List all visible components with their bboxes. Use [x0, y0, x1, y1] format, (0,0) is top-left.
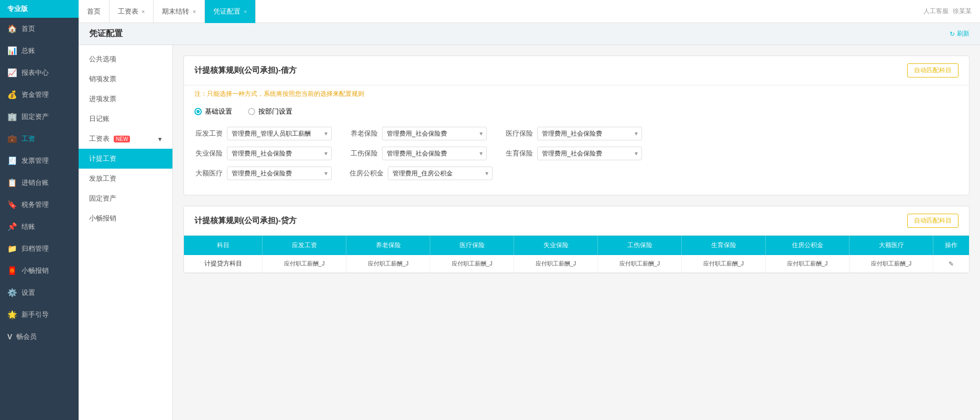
salary-select[interactable]: 管理费用_管理人员职工薪酬: [227, 127, 332, 140]
sidebar-item-reports[interactable]: 📈 报表中心: [0, 62, 79, 84]
tab-payroll-table[interactable]: 工资表 ×: [110, 0, 154, 23]
username-label: 徐某某: [953, 7, 972, 16]
radio-basic-label: 基础设置: [205, 107, 232, 116]
tab-home[interactable]: 首页: [79, 0, 110, 23]
sidebar: 专业版 🏠 首页 📊 总账 📈 报表中心 💰 资金管理 🏢 固定资产 💼 工资 …: [0, 0, 79, 420]
field-injury: 工伤保险 管理费用_社会保险费: [350, 147, 496, 160]
page-header: 凭证配置 ↻ 刷新: [79, 23, 980, 45]
injury-select-wrapper: 管理费用_社会保险费: [382, 147, 487, 160]
tab-voucher-close-icon[interactable]: ×: [244, 8, 247, 15]
sidebar-item-ledger[interactable]: 📊 总账: [0, 40, 79, 62]
sidebar-item-settings[interactable]: ⚙️ 设置: [0, 282, 79, 304]
pension-select[interactable]: 管理费用_社会保险费: [382, 127, 487, 140]
debit-form-row-3: 大额医疗 管理费用_社会保险费 住房公积金 管理费用_住: [194, 167, 959, 180]
ledger-icon: 📊: [7, 46, 17, 56]
row-major-medical-val: 应付职工薪酬_J: [850, 255, 933, 273]
debit-auto-match-button[interactable]: 自动匹配科目: [907, 63, 959, 78]
nav-fixed-assets[interactable]: 固定资产: [79, 189, 172, 208]
page-title: 凭证配置: [89, 28, 123, 39]
refresh-button[interactable]: ↻ 刷新: [950, 29, 970, 38]
sidebar-item-assets[interactable]: 🏢 固定资产: [0, 106, 79, 128]
nav-journal[interactable]: 日记账: [79, 109, 172, 129]
field-medical: 医疗保险 管理费用_社会保险费: [505, 127, 651, 140]
injury-label: 工伤保险: [350, 149, 378, 158]
field-salary: 应发工资 管理费用_管理人员职工薪酬: [194, 127, 341, 140]
radio-dept-label: 按部门设置: [258, 107, 292, 116]
tab-period-closing[interactable]: 期末结转 ×: [154, 0, 204, 23]
maternity-select[interactable]: 管理费用_社会保险费: [537, 147, 642, 160]
edit-icon[interactable]: ✎: [949, 260, 954, 268]
debit-form-row-2: 失业保险 管理费用_社会保险费 工伤保险 管理费用_社会: [194, 147, 959, 160]
row-subject-label: 计提贷方科目: [184, 255, 263, 273]
sidebar-label-sales: 进销台账: [21, 178, 49, 187]
sidebar-item-xiaochang[interactable]: 🧧 小畅报销: [0, 260, 79, 282]
radio-basic[interactable]: 基础设置: [194, 107, 232, 116]
sidebar-item-closing[interactable]: 📌 结账: [0, 216, 79, 238]
injury-select[interactable]: 管理费用_社会保险费: [382, 147, 487, 160]
sidebar-item-guide[interactable]: 🌟 新手引导: [0, 304, 79, 326]
col-action: 操作: [933, 236, 970, 255]
housing-fund-select-wrapper: 管理费用_住房公积金: [388, 167, 493, 180]
nav-journal-label: 日记账: [89, 114, 110, 124]
field-maternity: 生育保险 管理费用_社会保险费: [505, 147, 651, 160]
sidebar-label-xiaochang: 小畅报销: [21, 266, 49, 275]
col-injury: 工伤保险: [598, 236, 682, 255]
sidebar-item-tax[interactable]: 🔖 税务管理: [0, 194, 79, 216]
major-medical-select[interactable]: 管理费用_社会保险费: [227, 167, 332, 180]
nav-payroll-calc[interactable]: 计提工资: [79, 149, 172, 169]
row-pension-val: 应付职工薪酬_J: [346, 255, 430, 273]
capital-icon: 💰: [7, 90, 17, 100]
sidebar-item-sales[interactable]: 📋 进销台账: [0, 172, 79, 194]
nav-xiaochang-expense-label: 小畅报销: [89, 214, 116, 223]
radio-dept[interactable]: 按部门设置: [248, 107, 292, 116]
sidebar-label-tax: 税务管理: [21, 200, 49, 209]
home-icon: 🏠: [7, 24, 17, 34]
tab-payroll-close-icon[interactable]: ×: [141, 8, 145, 15]
sidebar-label-payroll: 工资: [21, 134, 35, 143]
radio-dept-circle: [248, 108, 255, 115]
tab-payroll-table-label: 工资表: [118, 7, 138, 16]
credit-table-header: 科目 应发工资 养老保险 医疗保险 失业保险 工伤保险 生育保险 住房公积金 大…: [184, 236, 969, 255]
col-unemployment: 失业保险: [514, 236, 598, 255]
major-medical-label: 大额医疗: [194, 169, 223, 178]
settings-icon: ⚙️: [7, 288, 17, 297]
archive-icon: 📁: [7, 244, 17, 253]
sidebar-item-invoice[interactable]: 🧾 发票管理: [0, 150, 79, 172]
housing-fund-label: 住房公积金: [350, 169, 384, 178]
nav-sales-invoice[interactable]: 销项发票: [79, 69, 172, 89]
tab-period-closing-label: 期末结转: [162, 7, 189, 16]
nav-payroll-calc-label: 计提工资: [89, 154, 116, 163]
debit-section-header: 计提核算规则(公司承担)-借方 自动匹配科目: [184, 56, 969, 85]
sidebar-label-closing: 结账: [21, 222, 35, 231]
sidebar-item-payroll[interactable]: 💼 工资: [0, 128, 79, 150]
sidebar-item-vip[interactable]: V 畅会员: [0, 326, 79, 348]
credit-table: 科目 应发工资 养老保险 医疗保险 失业保险 工伤保险 生育保险 住房公积金 大…: [184, 236, 969, 273]
guide-icon: 🌟: [7, 310, 17, 319]
nav-payroll-table[interactable]: 工资表 NEW ▾: [79, 129, 172, 149]
right-content: 计提核算规则(公司承担)-借方 自动匹配科目 注：只能选择一种方式，系统将按照您…: [173, 45, 980, 420]
debit-radio-group: 基础设置 按部门设置: [184, 103, 969, 123]
new-badge: NEW: [114, 136, 130, 142]
credit-auto-match-button[interactable]: 自动匹配科目: [907, 214, 959, 228]
unemployment-select[interactable]: 管理费用_社会保险费: [227, 147, 332, 160]
housing-fund-select[interactable]: 管理费用_住房公积金: [388, 167, 493, 180]
row-edit-action[interactable]: ✎: [933, 255, 970, 273]
nav-public[interactable]: 公共选项: [79, 49, 172, 69]
nav-purchase-invoice[interactable]: 进项发票: [79, 89, 172, 109]
sidebar-label-capital: 资金管理: [21, 90, 49, 100]
tab-period-close-icon[interactable]: ×: [192, 8, 195, 15]
sidebar-item-home[interactable]: 🏠 首页: [0, 18, 79, 40]
refresh-label: 刷新: [957, 29, 970, 38]
nav-xiaochang-expense[interactable]: 小畅报销: [79, 208, 172, 228]
col-salary: 应发工资: [263, 236, 346, 255]
tab-voucher-config[interactable]: 凭证配置 ×: [205, 0, 256, 23]
sidebar-item-capital[interactable]: 💰 资金管理: [0, 84, 79, 106]
sidebar-item-archive[interactable]: 📁 归档管理: [0, 238, 79, 260]
assets-icon: 🏢: [7, 112, 17, 121]
sidebar-label-vip: 畅会员: [16, 332, 37, 341]
unemployment-select-wrapper: 管理费用_社会保险费: [227, 147, 332, 160]
salary-label: 应发工资: [194, 129, 223, 138]
medical-select[interactable]: 管理费用_社会保险费: [537, 127, 642, 140]
nav-payroll-table-label: 工资表: [89, 134, 110, 143]
nav-payroll-issue[interactable]: 发放工资: [79, 169, 172, 189]
